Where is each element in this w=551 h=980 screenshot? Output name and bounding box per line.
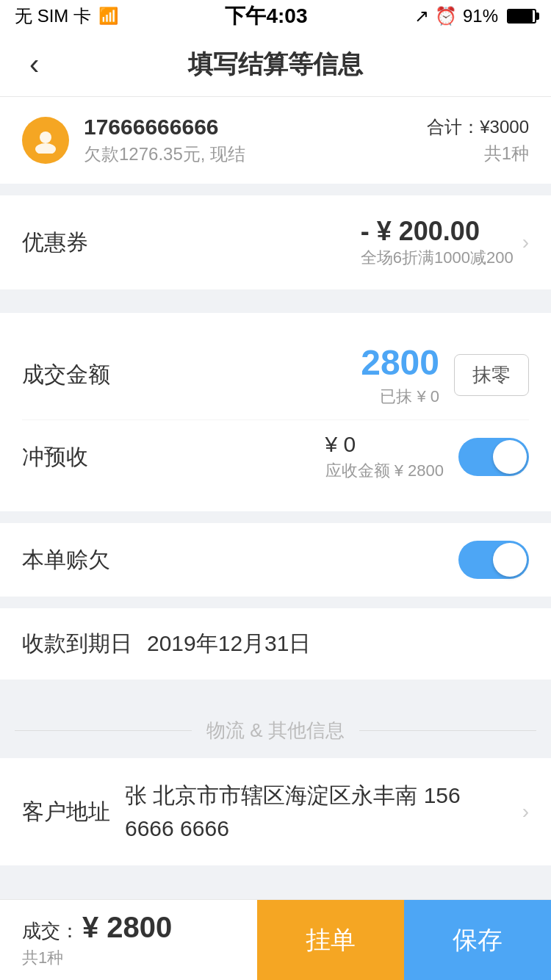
- battery-text: 91%: [463, 6, 498, 26]
- section-divider-3: [0, 597, 551, 608]
- due-date-section: 收款到期日 2019年12月31日: [0, 608, 551, 680]
- bottom-amount: ¥ 2800: [82, 911, 172, 944]
- total-count: 共1种: [427, 142, 529, 165]
- address-section[interactable]: 客户地址 张 北京市市辖区海淀区永丰南 156 6666 6666 ›: [0, 758, 551, 865]
- deal-amount-label: 成交金额: [22, 360, 110, 390]
- battery-icon: [507, 9, 536, 24]
- prepay-sub: 应收金额 ¥ 2800: [325, 460, 444, 482]
- section-divider-2: [0, 511, 551, 523]
- write-off-toggle[interactable]: [458, 541, 529, 579]
- customer-row: 17666666666 欠款1276.35元, 现结 合计：¥3000 共1种: [0, 97, 551, 184]
- alarm-icon: ⏰: [435, 6, 457, 26]
- location-icon: ↗: [414, 6, 429, 26]
- prepay-right: ¥ 0 应收金额 ¥ 2800: [325, 432, 529, 482]
- amount-section: 成交金额 2800 已抹 ¥ 0 抹零 冲预收 ¥ 0 应收金额 ¥ 2800: [0, 313, 551, 511]
- wifi-icon: 📶: [98, 7, 118, 26]
- status-time: 下午4:03: [225, 2, 307, 30]
- deal-amount-sub: 已抹 ¥ 0: [361, 386, 439, 408]
- svg-point-1: [35, 143, 56, 154]
- coupon-info: - ¥ 200.00 全场6折满1000减200: [361, 216, 514, 269]
- customer-info: 17666666666 欠款1276.35元, 现结: [84, 115, 245, 166]
- back-button[interactable]: ‹: [22, 40, 46, 88]
- deal-amount-right: 2800 已抹 ¥ 0 抹零: [361, 342, 529, 408]
- prepay-value-wrap: ¥ 0 应收金额 ¥ 2800: [325, 432, 444, 482]
- customer-right: 合计：¥3000 共1种: [427, 115, 529, 165]
- coupon-desc: 全场6折满1000减200: [361, 247, 514, 269]
- deal-amount-row: 成交金额 2800 已抹 ¥ 0 抹零: [22, 331, 529, 420]
- bottom-deal-row: 成交： ¥ 2800: [22, 911, 235, 944]
- coupon-label: 优惠券: [22, 228, 88, 258]
- customer-left: 17666666666 欠款1276.35元, 现结: [22, 115, 245, 166]
- hang-button[interactable]: 挂单: [257, 900, 404, 981]
- coupon-discount: - ¥ 200.00: [361, 216, 514, 247]
- main-content: 17666666666 欠款1276.35元, 现结 合计：¥3000 共1种 …: [0, 97, 551, 980]
- status-bar: 无 SIM 卡 📶 下午4:03 ↗ ⏰ 91%: [0, 0, 551, 32]
- nav-bar: ‹ 填写结算等信息: [0, 32, 551, 97]
- due-date-label: 收款到期日: [22, 629, 132, 659]
- status-right: ↗ ⏰ 91%: [414, 6, 536, 26]
- write-off-section: 本单赊欠: [0, 523, 551, 597]
- avatar: [22, 117, 69, 164]
- deal-amount-value: 2800: [361, 342, 439, 383]
- bottom-bar: 成交： ¥ 2800 共1种 挂单 保存: [0, 899, 551, 980]
- bottom-count: 共1种: [22, 947, 235, 969]
- carrier-text: 无 SIM 卡: [15, 4, 91, 28]
- svg-point-0: [40, 131, 51, 143]
- logistics-divider: 物流 & 其他信息: [0, 703, 551, 758]
- total-label: 合计：¥3000: [427, 115, 529, 139]
- logistics-line-left: [15, 730, 192, 731]
- customer-phone: 17666666666: [84, 115, 245, 140]
- write-off-label: 本单赊欠: [22, 545, 110, 575]
- prepay-value: ¥ 0: [325, 432, 444, 457]
- prepay-toggle[interactable]: [458, 438, 529, 476]
- coupon-row[interactable]: 优惠券 - ¥ 200.00 全场6折满1000减200 ›: [0, 195, 551, 289]
- customer-subtext: 欠款1276.35元, 现结: [84, 143, 245, 166]
- status-left: 无 SIM 卡 📶: [15, 4, 118, 28]
- toggle-thumb: [493, 440, 527, 474]
- logistics-line-right: [359, 730, 536, 731]
- prepay-label: 冲预收: [22, 442, 88, 472]
- chevron-right-icon: ›: [522, 231, 529, 254]
- due-date-value: 2019年12月31日: [147, 629, 311, 659]
- save-button[interactable]: 保存: [404, 900, 551, 981]
- section-divider-4: [0, 691, 551, 703]
- prepay-row: 冲预收 ¥ 0 应收金额 ¥ 2800: [22, 420, 529, 494]
- deal-amount-value-wrap: 2800 已抹 ¥ 0: [361, 342, 439, 408]
- bottom-info: 成交： ¥ 2800 共1种: [0, 911, 257, 969]
- address-value: 张 北京市市辖区海淀区永丰南 156 6666 6666: [110, 779, 522, 845]
- address-label: 客户地址: [22, 797, 110, 827]
- address-chevron-icon: ›: [522, 800, 529, 824]
- page-title: 填写结算等信息: [188, 48, 363, 82]
- write-off-toggle-thumb: [493, 543, 527, 577]
- coupon-right: - ¥ 200.00 全场6折满1000减200 ›: [361, 216, 529, 269]
- section-divider-1: [0, 301, 551, 313]
- logistics-label: 物流 & 其他信息: [206, 718, 345, 743]
- round-button[interactable]: 抹零: [454, 354, 529, 396]
- bottom-deal-label: 成交：: [22, 918, 79, 944]
